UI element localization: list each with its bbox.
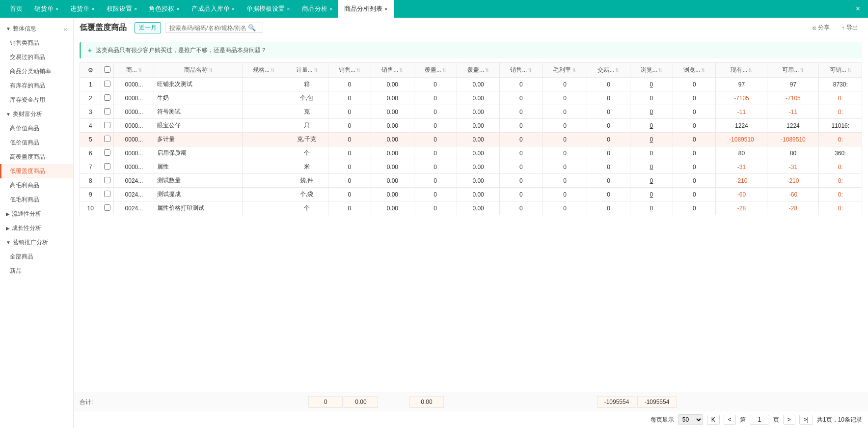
sidebar-item-high-margin[interactable]: 高毛利商品	[0, 178, 73, 193]
nav-permissions[interactable]: 权限设置 ×	[101, 0, 143, 18]
sidebar-section-wealth[interactable]: ▼ 类财富分析	[0, 107, 73, 121]
row-browse1[interactable]: 0	[630, 146, 673, 160]
row-name[interactable]: 多计量	[154, 133, 243, 146]
nav-close-role-auth[interactable]: ×	[176, 6, 179, 12]
row-spec	[243, 174, 285, 188]
col-settings[interactable]: ⚙	[80, 63, 101, 78]
sidebar-item-category-turnover[interactable]: 商品分类动销率	[0, 64, 73, 79]
row-browse1[interactable]: 0	[630, 91, 673, 105]
last-page-button[interactable]: >|	[799, 415, 813, 425]
search-input[interactable]	[169, 25, 248, 31]
select-all-checkbox[interactable]	[104, 66, 110, 73]
col-name[interactable]: 商品名称⇅	[154, 63, 243, 78]
row-checkbox[interactable]	[101, 146, 114, 160]
sidebar-item-sales-products[interactable]: 销售类商品	[0, 36, 73, 50]
row-checkbox[interactable]	[101, 174, 114, 188]
sidebar-item-high-value[interactable]: 高价值商品	[0, 121, 73, 136]
sidebar-item-inventory-products[interactable]: 有库存的商品	[0, 79, 73, 93]
row-current: -7105	[716, 91, 767, 105]
collapse-icon[interactable]: «	[63, 25, 67, 33]
row-checkbox[interactable]	[101, 119, 114, 133]
export-button[interactable]: ↑ 导出	[838, 22, 862, 34]
sidebar-item-low-margin[interactable]: 低毛利商品	[0, 193, 73, 207]
nav-close-purchase-order[interactable]: ×	[91, 6, 94, 12]
sidebar-section-marketing[interactable]: ▼ 营销推广分析	[0, 235, 73, 250]
col-unit[interactable]: 计量...⇅	[285, 63, 328, 78]
first-page-button[interactable]: K	[707, 415, 720, 425]
col-saleable[interactable]: 可销...⇅	[819, 63, 862, 78]
sidebar-section-overall[interactable]: ▼ 整体信息 «	[0, 22, 73, 36]
nav-close-template-settings[interactable]: ×	[287, 6, 290, 12]
row-checkbox[interactable]	[101, 188, 114, 201]
nav-close-product-analysis[interactable]: ×	[329, 6, 332, 12]
row-name[interactable]: 测试数量	[154, 174, 243, 188]
col-sales1[interactable]: 销售...⇅	[328, 63, 371, 78]
row-name[interactable]: 眼宝公仔	[154, 119, 243, 133]
prev-page-button[interactable]: <	[724, 415, 736, 425]
row-browse1[interactable]: 0	[630, 133, 673, 146]
row-checkbox[interactable]	[101, 105, 114, 119]
sidebar-section-liquidity[interactable]: ▶ 流通性分析	[0, 207, 73, 221]
page-input[interactable]	[750, 415, 769, 425]
row-checkbox[interactable]	[101, 133, 114, 146]
share-button[interactable]: ⎋ 分享	[809, 22, 834, 34]
row-checkbox[interactable]	[101, 160, 114, 174]
nav-purchase-order[interactable]: 进货单 ×	[64, 0, 100, 18]
nav-close-permissions[interactable]: ×	[134, 6, 137, 12]
row-name[interactable]: 启用保质期	[154, 146, 243, 160]
window-close-button[interactable]: ×	[852, 4, 864, 13]
search-icon[interactable]: 🔍	[248, 24, 256, 31]
nav-product-inbound[interactable]: 产成品入库单 ×	[186, 0, 241, 18]
sidebar-item-traded-products[interactable]: 交易过的商品	[0, 50, 73, 64]
sidebar-section-growth[interactable]: ▶ 成长性分析	[0, 221, 73, 235]
nav-template-settings[interactable]: 单据模板设置 ×	[241, 0, 296, 18]
row-name[interactable]: 属性价格打印测试	[154, 201, 243, 215]
row-browse1[interactable]: 0	[630, 105, 673, 119]
col-coverage2[interactable]: 覆盖...⇅	[457, 63, 499, 78]
filter-recent-month[interactable]: 近一月	[135, 22, 161, 33]
col-coverage1[interactable]: 覆盖...⇅	[414, 63, 457, 78]
col-browse1[interactable]: 浏览...⇅	[630, 63, 673, 78]
per-page-select[interactable]: 50 20 100 200	[678, 414, 703, 425]
col-current[interactable]: 现有...⇅	[716, 63, 767, 78]
col-available[interactable]: 可用...⇅	[767, 63, 819, 78]
row-checkbox[interactable]	[101, 201, 114, 215]
nav-product-analysis[interactable]: 商品分析 ×	[296, 0, 338, 18]
sidebar-item-low-coverage[interactable]: 低覆盖度商品	[0, 164, 73, 178]
row-name[interactable]: 旺铺批次测试	[154, 78, 243, 91]
col-browse2[interactable]: 浏览...⇅	[673, 63, 716, 78]
col-checkbox[interactable]	[101, 63, 114, 78]
row-checkbox[interactable]	[101, 91, 114, 105]
sidebar-item-all-products[interactable]: 全部商品	[0, 250, 73, 264]
row-browse1[interactable]: 0	[630, 119, 673, 133]
nav-close-product-inbound[interactable]: ×	[232, 6, 235, 12]
col-trans[interactable]: 交易...⇅	[587, 63, 630, 78]
row-browse1[interactable]: 0	[630, 78, 673, 91]
col-sales2[interactable]: 销售...⇅	[371, 63, 414, 78]
sidebar-item-high-coverage[interactable]: 高覆盖度商品	[0, 150, 73, 164]
nav-role-auth[interactable]: 角色授权 ×	[143, 0, 185, 18]
search-bar[interactable]: 🔍	[165, 23, 263, 33]
nav-product-analysis-list[interactable]: 商品分析列表 ×	[338, 0, 393, 18]
col-margin[interactable]: 毛利率⇅	[542, 63, 587, 78]
row-name[interactable]: 测试提成	[154, 188, 243, 201]
sidebar-item-inventory-capital[interactable]: 库存资金占用	[0, 93, 73, 107]
row-browse1[interactable]: 0	[630, 201, 673, 215]
row-browse1[interactable]: 0	[630, 174, 673, 188]
nav-home[interactable]: 首页	[4, 0, 28, 18]
next-page-button[interactable]: >	[783, 415, 795, 425]
nav-close-product-analysis-list[interactable]: ×	[384, 6, 387, 12]
nav-close-sales-order[interactable]: ×	[55, 6, 58, 12]
row-browse1[interactable]: 0	[630, 160, 673, 174]
row-name[interactable]: 牛奶	[154, 91, 243, 105]
row-name[interactable]: 属性	[154, 160, 243, 174]
row-browse1[interactable]: 0	[630, 188, 673, 201]
col-code[interactable]: 商...⇅	[114, 63, 154, 78]
sidebar-item-low-value[interactable]: 低价值商品	[0, 136, 73, 150]
row-name[interactable]: 符号测试	[154, 105, 243, 119]
sidebar-item-new-products[interactable]: 新品	[0, 264, 73, 278]
nav-sales-order[interactable]: 销货单 ×	[28, 0, 64, 18]
col-sales3[interactable]: 销售...⇅	[500, 63, 542, 78]
col-spec[interactable]: 规格...⇅	[243, 63, 285, 78]
row-checkbox[interactable]	[101, 78, 114, 91]
